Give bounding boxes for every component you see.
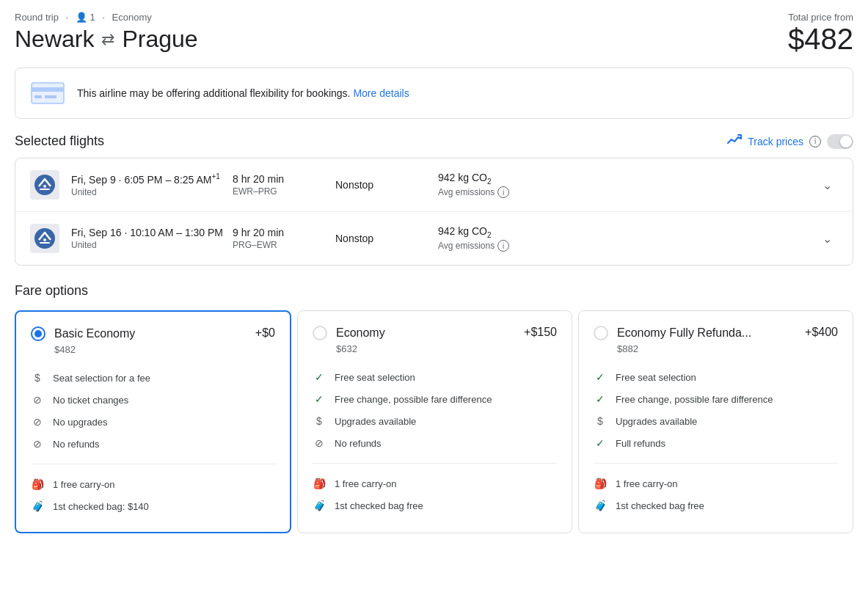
airline-logo-2 bbox=[30, 224, 59, 253]
fare-divider bbox=[313, 463, 557, 464]
fare-header-basic: Basic Economy +$0 bbox=[31, 326, 275, 341]
fare-cards-container: Basic Economy +$0 $482 $ Seat selection … bbox=[15, 310, 853, 533]
fare-name-basic: Basic Economy bbox=[54, 327, 135, 340]
list-item: $ Upgrades available bbox=[594, 410, 838, 432]
checked-bag-icon: 🧳 bbox=[31, 500, 44, 513]
no-icon: ⊘ bbox=[313, 436, 326, 450]
list-item: $ Upgrades available bbox=[313, 410, 557, 432]
fare-divider bbox=[594, 463, 838, 464]
flight2-emissions-label: Avg emissions i bbox=[438, 240, 817, 252]
list-item: 🧳 1st checked bag free bbox=[313, 494, 557, 516]
flight1-route: EWR–PRG bbox=[233, 186, 335, 197]
selected-flights-header: Selected flights Track prices i bbox=[15, 134, 853, 149]
list-item: 🧳 1st checked bag: $140 bbox=[31, 495, 275, 517]
origin-city: Newark bbox=[15, 26, 94, 53]
carryon-bag-icon: 🎒 bbox=[594, 477, 607, 490]
flight-emissions: 942 kg CO2 Avg emissions i bbox=[438, 172, 817, 199]
dollar-icon: $ bbox=[594, 414, 607, 428]
flight2-stops: Nonstop bbox=[335, 233, 438, 244]
list-item: ✓ Full refunds bbox=[594, 432, 838, 454]
fare-card-economy[interactable]: Economy +$150 $632 ✓ Free seat selection… bbox=[297, 310, 572, 533]
svg-rect-2 bbox=[34, 95, 42, 98]
list-item: ⊘ No ticket changes bbox=[31, 389, 275, 411]
flight2-datetime: Fri, Sep 16 · 10:10 AM – 1:30 PM bbox=[71, 227, 233, 238]
fare-price-diff-basic: +$0 bbox=[255, 326, 275, 340]
fare-card-basic-economy[interactable]: Basic Economy +$0 $482 $ Seat selection … bbox=[15, 310, 291, 533]
fare-options-section: Fare options Basic Economy +$0 $482 $ bbox=[15, 283, 853, 533]
svg-point-6 bbox=[43, 185, 46, 188]
fare-radio-name-refundable: Economy Fully Refunda... bbox=[594, 326, 751, 340]
flight-datetime: Fri, Sep 9 · 6:05 PM – 8:25 AM+1 bbox=[71, 172, 233, 186]
check-icon: ✓ bbox=[313, 392, 326, 406]
flight2-arrival: 1:30 PM bbox=[185, 227, 223, 238]
header-left: Round trip · 👤 1 · Economy Newark ⇄ Prag… bbox=[15, 12, 198, 53]
flight1-offset: +1 bbox=[211, 172, 219, 180]
check-icon: ✓ bbox=[313, 370, 326, 384]
fare-features-basic: $ Seat selection for a fee ⊘ No ticket c… bbox=[31, 367, 275, 455]
fare-features-refundable: ✓ Free seat selection ✓ Free change, pos… bbox=[594, 366, 838, 454]
flight2-departure: 10:10 AM bbox=[130, 227, 173, 238]
flight2-duration: 9 hr 20 min bbox=[233, 227, 335, 238]
flight2-route: PRG–EWR bbox=[233, 240, 335, 250]
list-item: ⊘ No refunds bbox=[313, 432, 557, 454]
fare-name-refundable: Economy Fully Refunda... bbox=[617, 326, 751, 340]
more-details-link[interactable]: More details bbox=[353, 87, 409, 99]
track-prices-toggle[interactable] bbox=[827, 134, 853, 149]
fare-bag-features-basic: 🎒 1 free carry-on 🧳 1st checked bag: $14… bbox=[31, 473, 275, 517]
no-icon: ⊘ bbox=[31, 393, 44, 406]
fare-card-economy-refundable[interactable]: Economy Fully Refunda... +$400 $882 ✓ Fr… bbox=[578, 310, 853, 533]
fare-name-economy: Economy bbox=[336, 326, 385, 340]
airline-logo bbox=[30, 170, 59, 200]
flight1-departure: 6:05 PM bbox=[124, 174, 162, 186]
fare-radio-economy[interactable] bbox=[313, 326, 327, 340]
fare-base-price-basic: $482 bbox=[54, 344, 275, 355]
checked-bag-icon: 🧳 bbox=[313, 499, 326, 512]
route-arrow-icon: ⇄ bbox=[101, 30, 114, 49]
track-prices-container: Track prices i bbox=[727, 134, 853, 149]
flight1-stops: Nonstop bbox=[335, 179, 438, 191]
fare-bag-features-refundable: 🎒 1 free carry-on 🧳 1st checked bag free bbox=[594, 472, 838, 516]
banner-text: This airline may be offering additional … bbox=[77, 87, 409, 99]
flight1-date: Fri, Sep 9 bbox=[71, 174, 116, 186]
flight1-duration: 8 hr 20 min bbox=[233, 173, 335, 185]
svg-rect-0 bbox=[32, 83, 64, 103]
fare-radio-basic[interactable] bbox=[31, 326, 45, 341]
fare-price-diff-economy: +$150 bbox=[524, 326, 557, 339]
flight1-emissions: 942 kg CO2 bbox=[438, 172, 817, 186]
flight2-airline: United bbox=[71, 240, 233, 250]
track-prices-link[interactable]: Track prices bbox=[748, 136, 803, 147]
no-icon: ⊘ bbox=[31, 415, 44, 428]
emissions-info-icon-2[interactable]: i bbox=[497, 240, 509, 252]
page-header: Round trip · 👤 1 · Economy Newark ⇄ Prag… bbox=[15, 12, 853, 56]
carryon-bag-icon: 🎒 bbox=[313, 477, 326, 490]
flexibility-icon bbox=[30, 80, 65, 106]
list-item: 🧳 1st checked bag free bbox=[594, 494, 838, 516]
flight1-emissions-label: Avg emissions i bbox=[438, 186, 817, 198]
selected-flights-title: Selected flights bbox=[15, 134, 104, 149]
svg-point-9 bbox=[43, 238, 46, 241]
check-icon: ✓ bbox=[594, 370, 607, 384]
list-item: 🎒 1 free carry-on bbox=[31, 473, 275, 495]
fare-divider bbox=[31, 464, 275, 464]
fare-radio-refundable[interactable] bbox=[594, 326, 608, 340]
flight-emissions-2: 942 kg CO2 Avg emissions i bbox=[438, 225, 817, 252]
flight-row: Fri, Sep 9 · 6:05 PM – 8:25 AM+1 United … bbox=[15, 158, 853, 212]
track-prices-info-icon[interactable]: i bbox=[809, 136, 821, 147]
flight1-airline: United bbox=[71, 187, 233, 197]
trend-icon bbox=[727, 134, 742, 148]
list-item: ⊘ No upgrades bbox=[31, 411, 275, 433]
trip-meta: Round trip · 👤 1 · Economy bbox=[15, 12, 198, 23]
flight-times: Fri, Sep 9 · 6:05 PM – 8:25 AM+1 United bbox=[71, 172, 233, 197]
flight2-expand-button[interactable]: ⌄ bbox=[817, 226, 838, 252]
passengers: 1 bbox=[90, 12, 95, 23]
fare-header-economy: Economy +$150 bbox=[313, 326, 557, 340]
total-label: Total price from bbox=[788, 12, 853, 23]
flight-row: Fri, Sep 16 · 10:10 AM – 1:30 PM United … bbox=[15, 212, 853, 265]
flight1-expand-button[interactable]: ⌄ bbox=[817, 172, 838, 198]
emissions-info-icon[interactable]: i bbox=[497, 186, 509, 198]
fare-price-diff-refundable: +$400 bbox=[805, 326, 838, 339]
fare-features-economy: ✓ Free seat selection ✓ Free change, pos… bbox=[313, 366, 557, 454]
flights-container: Fri, Sep 9 · 6:05 PM – 8:25 AM+1 United … bbox=[15, 158, 853, 266]
radio-inner-basic bbox=[34, 330, 42, 337]
flexibility-banner: This airline may be offering additional … bbox=[15, 67, 853, 119]
